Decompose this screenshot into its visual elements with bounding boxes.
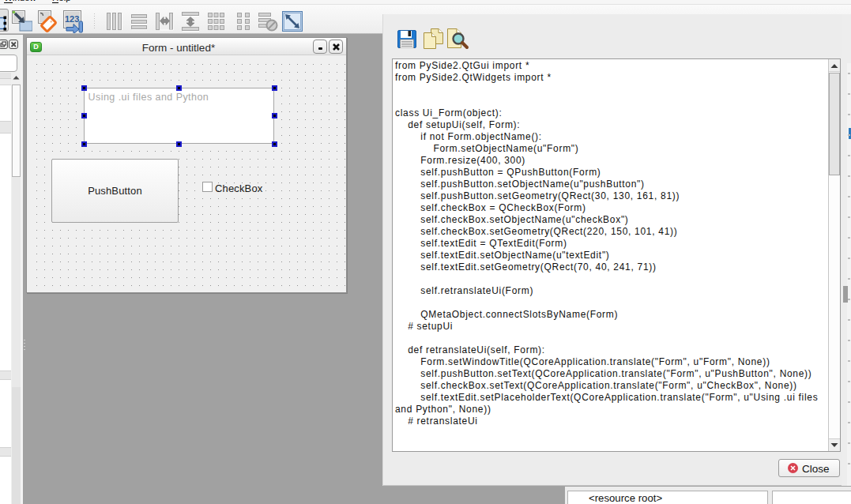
svg-text:123: 123 bbox=[65, 14, 79, 24]
